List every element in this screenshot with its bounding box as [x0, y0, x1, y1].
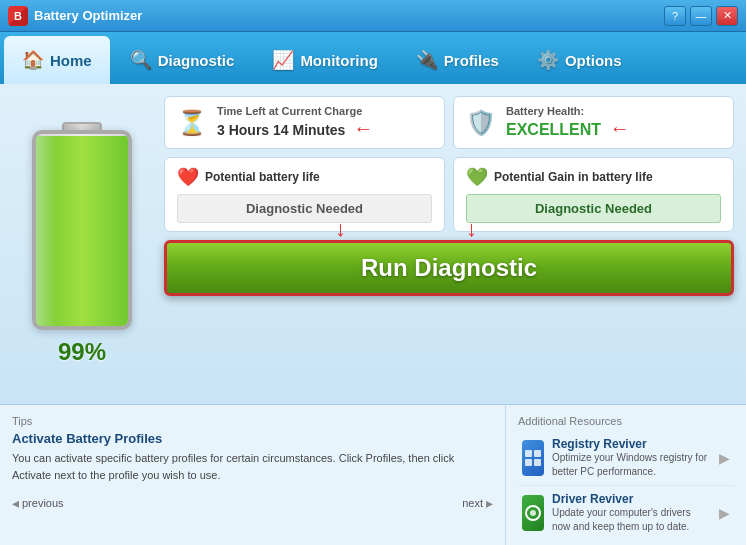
arrow-down-1: ↓ — [335, 216, 346, 242]
svg-rect-1 — [534, 450, 541, 457]
title-bar: B Battery Optimizer ? — ✕ — [0, 0, 746, 32]
tips-next-button[interactable]: next ▸ — [462, 495, 493, 511]
close-button[interactable]: ✕ — [716, 6, 738, 26]
time-left-value: 3 Hours 14 Minutes ← — [217, 117, 373, 140]
battery-fill — [36, 136, 128, 326]
monitoring-icon: 📈 — [272, 49, 294, 71]
right-panel: ⏳ Time Left at Current Charge 3 Hours 14… — [164, 96, 734, 392]
svg-rect-0 — [525, 450, 532, 457]
potential-battery-life-header: ❤️ Potential battery life — [177, 166, 432, 188]
tips-section: Tips Activate Battery Profiles You can a… — [0, 405, 506, 545]
resources-section: Additional Resources Registry Reviver Op… — [506, 405, 746, 545]
potential-gain-box: 💚 Potential Gain in battery life Diagnos… — [453, 157, 734, 232]
tips-headline: Activate Battery Profiles — [12, 431, 493, 446]
potential-gain-value: Diagnostic Needed — [466, 194, 721, 223]
battery-outer — [32, 130, 132, 330]
battery-visual — [32, 122, 132, 330]
profiles-icon: 🔌 — [416, 49, 438, 71]
nav-bar: 🏠 Home 🔍 Diagnostic 📈 Monitoring 🔌 Profi… — [0, 32, 746, 84]
registry-reviver-title: Registry Reviver — [552, 437, 711, 451]
battery-percent: 99% — [58, 338, 106, 366]
heart-plus-icon: 💚 — [466, 166, 488, 188]
options-icon: ⚙️ — [537, 49, 559, 71]
registry-reviver-desc: Optimize your Windows registry for bette… — [552, 451, 711, 479]
main-content: 99% ⏳ Time Left at Current Charge 3 Hour… — [0, 84, 746, 404]
info-row: ⏳ Time Left at Current Charge 3 Hours 14… — [164, 96, 734, 149]
resource-registry-reviver[interactable]: Registry Reviver Optimize your Windows r… — [518, 431, 734, 486]
tips-previous-button[interactable]: ◂ previous — [12, 495, 64, 511]
window-controls: ? — ✕ — [664, 6, 738, 26]
arrows-down: ↓ ↓ — [335, 216, 477, 242]
health-label: Battery Health: — [506, 105, 630, 117]
chevron-right-icon: ▸ — [486, 495, 493, 511]
svg-point-5 — [530, 510, 536, 516]
tips-section-title: Tips — [12, 415, 493, 427]
app-title: Battery Optimizer — [34, 8, 664, 23]
resources-section-title: Additional Resources — [518, 415, 734, 427]
resource-arrow-2: ▶ — [719, 505, 730, 521]
tab-diagnostic[interactable]: 🔍 Diagnostic — [112, 36, 253, 84]
tab-monitoring[interactable]: 📈 Monitoring — [254, 36, 395, 84]
chevron-left-icon: ◂ — [12, 495, 19, 511]
svg-rect-3 — [534, 459, 541, 466]
registry-reviver-icon — [522, 440, 544, 476]
driver-reviver-desc: Update your computer's drivers now and k… — [552, 506, 711, 534]
potential-battery-life-label: Potential battery life — [205, 170, 320, 184]
help-button[interactable]: ? — [664, 6, 686, 26]
time-left-label: Time Left at Current Charge — [217, 105, 373, 117]
app-icon: B — [8, 6, 28, 26]
tab-profiles[interactable]: 🔌 Profiles — [398, 36, 517, 84]
heart-icon: ❤️ — [177, 166, 199, 188]
resource-arrow-1: ▶ — [719, 450, 730, 466]
tips-body: You can activate specific battery profil… — [12, 450, 493, 483]
bottom-section: Tips Activate Battery Profiles You can a… — [0, 404, 746, 545]
driver-reviver-icon — [522, 495, 544, 531]
hourglass-icon: ⏳ — [177, 109, 207, 137]
run-diagnostic-button[interactable]: Run Diagnostic — [164, 240, 734, 296]
battery-health-text: Battery Health: EXCELLENT ← — [506, 105, 630, 140]
diagnostic-icon: 🔍 — [130, 49, 152, 71]
tab-home[interactable]: 🏠 Home — [4, 36, 110, 84]
battery-shine — [36, 136, 56, 326]
arrow-down-2: ↓ — [466, 216, 477, 242]
registry-reviver-text: Registry Reviver Optimize your Windows r… — [552, 437, 711, 479]
time-left-text: Time Left at Current Charge 3 Hours 14 M… — [217, 105, 373, 140]
potential-gain-header: 💚 Potential Gain in battery life — [466, 166, 721, 188]
battery-health-icon: 🛡️ — [466, 109, 496, 137]
battery-health-box: 🛡️ Battery Health: EXCELLENT ← — [453, 96, 734, 149]
potential-gain-label: Potential Gain in battery life — [494, 170, 653, 184]
arrow-right-red2: ← — [610, 117, 630, 139]
tab-options[interactable]: ⚙️ Options — [519, 36, 640, 84]
time-left-box: ⏳ Time Left at Current Charge 3 Hours 14… — [164, 96, 445, 149]
resource-driver-reviver[interactable]: Driver Reviver Update your computer's dr… — [518, 486, 734, 540]
home-icon: 🏠 — [22, 49, 44, 71]
driver-reviver-title: Driver Reviver — [552, 492, 711, 506]
svg-rect-2 — [525, 459, 532, 466]
minimize-button[interactable]: — — [690, 6, 712, 26]
arrow-right-red: ← — [353, 117, 373, 139]
run-diagnostic-container: ↓ ↓ Run Diagnostic — [164, 240, 734, 296]
tips-nav: ◂ previous next ▸ — [12, 491, 493, 511]
driver-reviver-text: Driver Reviver Update your computer's dr… — [552, 492, 711, 534]
health-value: EXCELLENT ← — [506, 117, 630, 140]
battery-container: 99% — [12, 96, 152, 392]
